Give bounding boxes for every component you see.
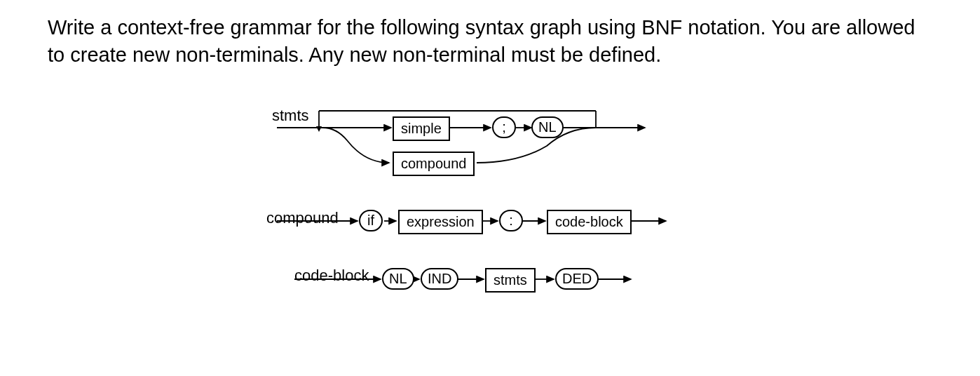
nonterminal-simple: simple: [393, 116, 450, 141]
question-prompt: Write a context-free grammar for the fol…: [48, 14, 931, 69]
terminal-nl-stmts: NL: [531, 116, 564, 138]
terminal-colon: :: [499, 210, 523, 231]
nonterminal-compound-ref: compound: [393, 152, 475, 176]
rule-label-stmts: stmts: [272, 107, 309, 125]
rule-label-codeblock: code-block: [294, 267, 369, 285]
terminal-semicolon: ;: [492, 116, 516, 138]
syntax-diagram: stmts simple ; NL compound compound if e…: [266, 98, 715, 323]
terminal-ind: IND: [421, 268, 458, 290]
rule-label-compound: compound: [266, 209, 339, 227]
nonterminal-codeblock-ref: code-block: [547, 210, 632, 234]
nonterminal-expression: expression: [398, 210, 483, 234]
terminal-ded: DED: [555, 268, 599, 290]
terminal-nl-codeblock: NL: [382, 268, 414, 290]
terminal-if: if: [359, 210, 383, 231]
nonterminal-stmts-ref: stmts: [485, 268, 536, 293]
